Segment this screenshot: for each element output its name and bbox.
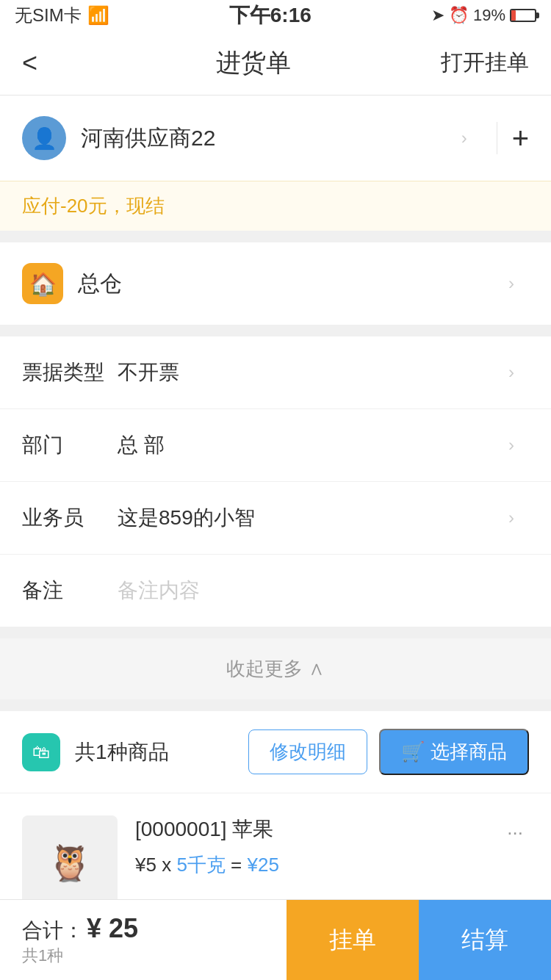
- notice-text: 应付-20元，现结: [22, 195, 165, 217]
- product-more-button[interactable]: ···: [501, 815, 529, 850]
- back-button[interactable]: <: [22, 48, 66, 79]
- dept-row[interactable]: 部门 总 部 ›: [0, 409, 551, 482]
- total-text: ¥25: [247, 854, 278, 876]
- sales-chevron-icon: ›: [508, 508, 514, 528]
- product-count-text: 共1种商品: [75, 738, 248, 766]
- product-header: 🛍 共1种商品 修改明细 🛒 选择商品: [0, 711, 551, 793]
- price-text: ¥5 x: [135, 854, 176, 876]
- supplier-avatar: 👤: [22, 116, 66, 160]
- status-bar: 无SIM卡 📶 下午6:16 ➤ ⏰ 19%: [0, 0, 551, 31]
- dept-chevron-icon: ›: [508, 435, 514, 455]
- carrier-text: 无SIM卡: [15, 4, 82, 27]
- supplier-section: 👤 河南供应商22 › + 应付-20元，现结: [0, 96, 551, 231]
- dept-value: 总 部: [118, 431, 508, 459]
- product-info: [0000001] 苹果 ¥5 x 5千克 = ¥25: [135, 815, 501, 878]
- location-icon: ➤: [431, 6, 444, 25]
- select-product-cart-icon: 🛒: [401, 741, 425, 763]
- battery-icon: [510, 9, 536, 22]
- dept-label: 部门: [22, 431, 118, 459]
- status-bar-left: 无SIM卡 📶: [15, 4, 109, 27]
- warehouse-icon: 🏠: [22, 263, 63, 304]
- invoice-value: 不开票: [118, 359, 508, 386]
- vertical-divider: [497, 122, 497, 154]
- invoice-row[interactable]: 票据类型 不开票 ›: [0, 336, 551, 409]
- supplier-chevron-icon: ›: [461, 128, 467, 148]
- avatar-icon: 👤: [32, 126, 57, 151]
- warehouse-section: 🏠 总仓 ›: [0, 242, 551, 325]
- nav-bar: < 进货单 打开挂单: [0, 31, 551, 96]
- supplier-name: 河南供应商22: [81, 123, 461, 154]
- product-count-icon: 🛍: [22, 733, 60, 771]
- invoice-chevron-icon: ›: [508, 362, 514, 383]
- product-price: ¥5 x 5千克 = ¥25: [135, 852, 501, 878]
- warehouse-name: 总仓: [78, 269, 508, 299]
- quantity-text: 5千克: [176, 854, 225, 876]
- cart-icon: 🛍: [32, 742, 50, 763]
- total-count: 共1种: [22, 945, 264, 967]
- checkout-button[interactable]: 结算: [419, 900, 551, 980]
- invoice-label: 票据类型: [22, 359, 118, 386]
- time-display: 下午6:16: [229, 1, 311, 29]
- collapse-row[interactable]: 收起更多 ∧: [0, 638, 551, 699]
- open-hang-button[interactable]: 打开挂单: [441, 48, 529, 78]
- battery-text: 19%: [473, 6, 505, 25]
- remark-label: 备注: [22, 577, 118, 605]
- equals-text: =: [226, 854, 248, 876]
- warehouse-chevron-icon: ›: [508, 273, 514, 294]
- status-bar-right: ➤ ⏰ 19%: [431, 6, 536, 25]
- sales-value: 这是859的小智: [118, 504, 508, 532]
- page-title: 进货单: [216, 46, 291, 80]
- total-section: 合计： ¥ 25 共1种: [0, 900, 287, 980]
- collapse-label: 收起更多 ∧: [226, 656, 324, 682]
- total-label: 合计：: [22, 917, 84, 945]
- add-supplier-button[interactable]: +: [512, 122, 529, 155]
- notice-bar: 应付-20元，现结: [0, 181, 551, 231]
- select-product-label: 选择商品: [431, 739, 507, 765]
- supplier-row[interactable]: 👤 河南供应商22 › +: [0, 96, 551, 181]
- alarm-icon: ⏰: [449, 6, 469, 25]
- product-thumbnail: 🦉: [22, 815, 118, 911]
- warehouse-row[interactable]: 🏠 总仓 ›: [0, 242, 551, 325]
- wifi-icon: 📶: [87, 5, 109, 26]
- checkout-label: 结算: [461, 924, 508, 956]
- edit-detail-button[interactable]: 修改明细: [248, 729, 367, 774]
- hang-button[interactable]: 挂单: [287, 900, 419, 980]
- product-name: [0000001] 苹果: [135, 815, 501, 843]
- product-thumb-icon: 🦉: [48, 843, 92, 884]
- select-product-button[interactable]: 🛒 选择商品: [379, 729, 529, 775]
- remark-input[interactable]: 备注内容: [118, 577, 529, 605]
- form-section: 票据类型 不开票 › 部门 总 部 › 业务员 这是859的小智 › 备注 备注…: [0, 336, 551, 627]
- sales-row[interactable]: 业务员 这是859的小智 ›: [0, 482, 551, 555]
- bottom-bar: 合计： ¥ 25 共1种 挂单 结算: [0, 899, 551, 980]
- total-amount: ¥ 25: [87, 913, 138, 944]
- hang-label: 挂单: [329, 924, 376, 956]
- remark-row[interactable]: 备注 备注内容: [0, 555, 551, 627]
- sales-label: 业务员: [22, 504, 118, 532]
